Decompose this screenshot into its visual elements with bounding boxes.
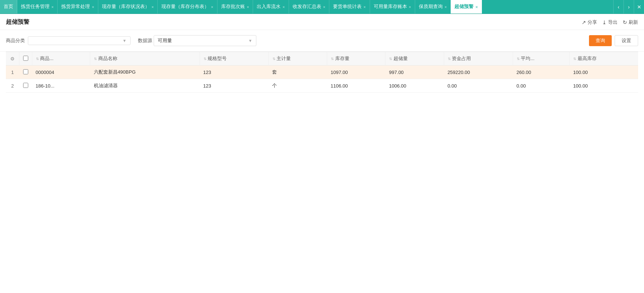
col-product-code: ⇅ 商品... bbox=[32, 52, 90, 66]
nav-item-overstock[interactable]: 超储预警 × bbox=[451, 0, 482, 14]
share-icon: ↗ bbox=[582, 19, 586, 25]
data-table: ⚙ ⇅ 商品... ⇅ 商品名称 ⇅ 规格型号 bbox=[6, 52, 638, 93]
row-unit-1: 个 bbox=[268, 79, 327, 93]
row-capital-1: 0.00 bbox=[444, 79, 513, 93]
col-over-stock: ⇅ 超储量 bbox=[385, 52, 444, 66]
nav-item-task[interactable]: 拣货任务管理 × bbox=[17, 0, 58, 14]
row-checkbox-cell-0 bbox=[19, 66, 32, 79]
nav-item-inout[interactable]: 出入库流水 × bbox=[253, 0, 289, 14]
filter-area: 商品分类 ▼ 数据源 可用量 ▼ 查询 设置 bbox=[0, 30, 644, 52]
sort-icon-name: ⇅ bbox=[94, 57, 97, 61]
datasource-label: 数据源 bbox=[138, 37, 152, 44]
product-category-filter: 商品分类 ▼ bbox=[6, 36, 131, 45]
col-product-name: ⇅ 商品名称 bbox=[90, 52, 200, 66]
row-checkbox-0[interactable] bbox=[23, 69, 28, 74]
settings-button[interactable]: 设置 bbox=[615, 35, 638, 46]
row-num-0: 1 bbox=[6, 66, 19, 79]
sort-icon-avg: ⇅ bbox=[517, 57, 520, 61]
nav-label-exception: 拣货异常处理 bbox=[61, 4, 90, 10]
export-icon: ⤓ bbox=[602, 19, 607, 25]
nav-item-summary[interactable]: 收发存汇总表 × bbox=[289, 0, 329, 14]
col-stock: ⇅ 库存量 bbox=[327, 52, 385, 66]
row-capital-0: 259220.00 bbox=[444, 66, 513, 79]
nav-label-batch: 库存批次账 bbox=[221, 4, 245, 10]
nav-close-button[interactable]: ✕ bbox=[634, 0, 644, 14]
select-all-checkbox[interactable] bbox=[23, 56, 28, 61]
row-unit-0: 套 bbox=[268, 66, 327, 79]
export-label: 导出 bbox=[608, 19, 618, 26]
nav-item-expiry[interactable]: 保质期查询 × bbox=[415, 0, 451, 14]
row-product-code-0: 0000004 bbox=[32, 66, 90, 79]
nav-next-button[interactable]: › bbox=[623, 0, 634, 14]
filter-buttons: 查询 设置 bbox=[589, 35, 638, 46]
refresh-icon: ↻ bbox=[623, 19, 627, 25]
gear-icon[interactable]: ⚙ bbox=[10, 56, 15, 62]
datasource-value: 可用量 bbox=[158, 37, 172, 44]
share-button[interactable]: ↗ 分享 bbox=[582, 19, 597, 26]
close-icon-expiry[interactable]: × bbox=[444, 5, 447, 9]
close-icon-exception[interactable]: × bbox=[92, 5, 94, 9]
nav-label-summary: 收发存汇总表 bbox=[293, 4, 321, 10]
row-product-code-1: 186-10... bbox=[32, 79, 90, 93]
chevron-down-icon: ▼ bbox=[122, 38, 127, 43]
nav-label-stock-dist: 现存量（库存分布表） bbox=[161, 4, 209, 10]
nav-label-expiry: 保质期查询 bbox=[419, 4, 443, 10]
page-header: 超储预警 ↗ 分享 ⤓ 导出 ↻ 刷新 bbox=[0, 14, 644, 30]
nav-label-requisition: 要货单统计表 bbox=[333, 4, 362, 10]
close-icon-task[interactable]: × bbox=[51, 5, 54, 9]
product-category-select[interactable]: ▼ bbox=[28, 36, 131, 45]
close-icon-requisition[interactable]: × bbox=[363, 5, 366, 9]
close-icon-summary[interactable]: × bbox=[323, 5, 325, 9]
row-product-name-1: 机油滤清器 bbox=[90, 79, 200, 93]
export-button[interactable]: ⤓ 导出 bbox=[602, 19, 618, 26]
nav-item-stock-status[interactable]: 现存量（库存状况表） × bbox=[98, 0, 158, 14]
col-gear: ⚙ bbox=[6, 52, 19, 66]
row-over-stock-0: 997.00 bbox=[385, 66, 444, 79]
nav-item-exception[interactable]: 拣货异常处理 × bbox=[58, 0, 98, 14]
top-navigation: 首页 拣货任务管理 × 拣货异常处理 × 现存量（库存状况表） × 现存量（库存… bbox=[0, 0, 644, 14]
col-spec-label: 规格型号 bbox=[208, 56, 227, 61]
datasource-select[interactable]: 可用量 ▼ bbox=[154, 35, 256, 46]
table-body: 1 0000004 六配套新昌490BPG 123 套 1097.00 997.… bbox=[6, 66, 638, 93]
nav-arrows: ‹ › ✕ bbox=[613, 0, 644, 14]
col-avg: ⇅ 平均... bbox=[513, 52, 570, 66]
row-max-stock-1: 100.00 bbox=[570, 79, 638, 93]
nav-item-stock-dist[interactable]: 现存量（库存分布表） × bbox=[158, 0, 217, 14]
col-checkbox bbox=[19, 52, 32, 66]
close-icon-available[interactable]: × bbox=[409, 5, 411, 9]
nav-item-batch[interactable]: 库存批次账 × bbox=[217, 0, 253, 14]
close-icon-stock-dist[interactable]: × bbox=[211, 5, 213, 9]
close-icon-stock-status[interactable]: × bbox=[151, 5, 154, 9]
col-max-stock-label: 最高库存 bbox=[578, 56, 597, 61]
nav-item-home[interactable]: 首页 bbox=[0, 0, 17, 14]
row-checkbox-cell-1 bbox=[19, 79, 32, 93]
nav-prev-button[interactable]: ‹ bbox=[613, 0, 623, 14]
chevron-down-icon-datasource: ▼ bbox=[248, 38, 252, 43]
col-capital: ⇅ 资金占用 bbox=[444, 52, 513, 66]
sort-icon-stock: ⇅ bbox=[331, 57, 334, 61]
row-spec-1: 123 bbox=[200, 79, 268, 93]
nav-item-requisition[interactable]: 要货单统计表 × bbox=[329, 0, 370, 14]
table-header-row: ⚙ ⇅ 商品... ⇅ 商品名称 ⇅ 规格型号 bbox=[6, 52, 638, 66]
share-label: 分享 bbox=[588, 19, 597, 26]
query-button[interactable]: 查询 bbox=[589, 35, 612, 46]
nav-label-inout: 出入库流水 bbox=[257, 4, 281, 10]
row-product-name-0: 六配套新昌490BPG bbox=[90, 66, 200, 79]
refresh-button[interactable]: ↻ 刷新 bbox=[623, 19, 638, 26]
header-actions: ↗ 分享 ⤓ 导出 ↻ 刷新 bbox=[582, 19, 638, 26]
table-row: 1 0000004 六配套新昌490BPG 123 套 1097.00 997.… bbox=[6, 66, 638, 79]
col-unit: ⇅ 主计量 bbox=[268, 52, 327, 66]
close-icon-inout[interactable]: × bbox=[282, 5, 285, 9]
page-title: 超储预警 bbox=[6, 18, 29, 26]
row-max-stock-0: 100.00 bbox=[570, 66, 638, 79]
sort-icon-spec: ⇅ bbox=[204, 57, 206, 61]
row-stock-0: 1097.00 bbox=[327, 66, 385, 79]
nav-label-home: 首页 bbox=[4, 4, 13, 10]
col-product-name-label: 商品名称 bbox=[98, 56, 117, 61]
col-capital-label: 资金占用 bbox=[452, 56, 471, 61]
close-icon-batch[interactable]: × bbox=[247, 5, 249, 9]
row-checkbox-1[interactable] bbox=[23, 83, 28, 88]
col-stock-label: 库存量 bbox=[335, 56, 350, 61]
close-icon-overstock[interactable]: × bbox=[475, 5, 477, 9]
nav-item-available[interactable]: 可用量库存账本 × bbox=[370, 0, 415, 14]
